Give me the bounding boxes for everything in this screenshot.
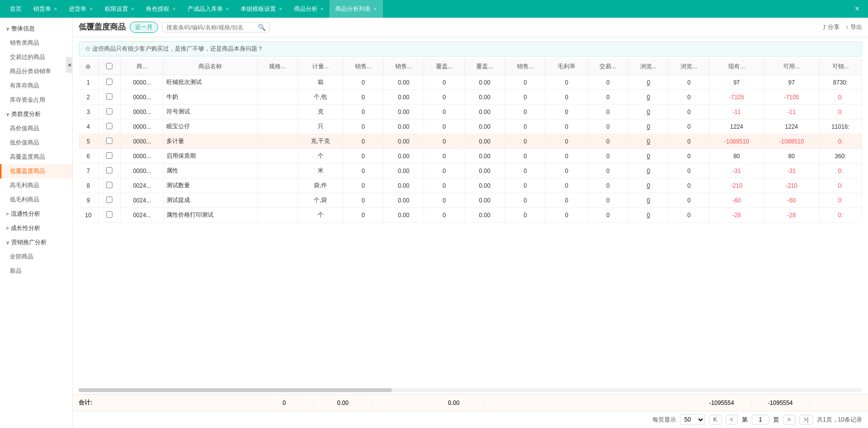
sidebar-item-low-coverage[interactable]: 低覆盖度商品 — [0, 164, 72, 178]
row-unit: 袋,件 — [298, 178, 343, 193]
nav-purchase-close[interactable]: × — [89, 6, 92, 12]
row-spec — [257, 75, 298, 90]
sidebar-section-marketing[interactable]: ∨ 营销推广分析 — [0, 235, 72, 250]
nav-products[interactable]: 产成品入库单 × — [182, 0, 235, 18]
row-sellable: 0: — [819, 193, 862, 208]
row-sellable: 0: — [819, 164, 862, 178]
table-row: 1 0000... 旺铺批次测试 箱 0 0.00 0 0.00 0 0 0 0… — [79, 75, 862, 90]
sidebar-item-low-margin[interactable]: 低毛利商品 — [0, 193, 72, 207]
total-label: 合计: — [79, 399, 92, 407]
row-num: 7 — [79, 164, 98, 178]
sidebar-item-sales-goods[interactable]: 销售类商品 — [0, 36, 72, 50]
row-margin: 0 — [545, 119, 588, 134]
row-sku: 0024... — [121, 193, 163, 208]
row-checkbox[interactable] — [98, 105, 121, 119]
row-checkbox[interactable] — [98, 193, 121, 208]
row-checkbox[interactable] — [98, 164, 121, 178]
row-browse1[interactable]: 0 — [628, 105, 669, 119]
row-unit: 个 — [298, 208, 343, 223]
nav-analysis-list[interactable]: 商品分析列表 × — [329, 0, 382, 18]
row-browse1[interactable]: 0 — [628, 193, 669, 208]
row-sku: 0000... — [121, 134, 163, 149]
last-page-button[interactable]: >| — [799, 415, 813, 425]
row-sellable: 0: — [819, 208, 862, 223]
nav-products-close[interactable]: × — [226, 6, 229, 12]
nav-home[interactable]: 首页 — [4, 0, 27, 18]
sidebar-item-stocked-goods[interactable]: 有库存商品 — [0, 79, 72, 93]
first-page-button[interactable]: K — [709, 415, 722, 425]
horizontal-scrollbar[interactable] — [79, 388, 862, 392]
row-cover2: 0.00 — [464, 193, 505, 208]
row-sales-qty: 0 — [343, 119, 383, 134]
row-checkbox[interactable] — [98, 90, 121, 105]
row-browse1[interactable]: 0 — [628, 178, 669, 193]
prev-page-button[interactable]: < — [726, 415, 738, 425]
col-unit: 计量... — [298, 58, 343, 75]
sidebar-item-all-goods[interactable]: 全部商品 — [0, 250, 72, 264]
row-browse1[interactable]: 0 — [628, 208, 669, 223]
header-actions: ⤴ 分享 ↑ 导出 — [823, 23, 862, 31]
overview-arrow: ∨ — [6, 26, 9, 31]
nav-templates[interactable]: 单据模板设置 × — [235, 0, 288, 18]
row-browse1[interactable]: 0 — [628, 134, 669, 149]
row-browse1[interactable]: 0 — [628, 75, 669, 90]
row-sales-amt: 0.00 — [383, 134, 424, 149]
page-word: 第 — [742, 416, 748, 424]
nav-analysis-list-close[interactable]: × — [374, 6, 377, 12]
sidebar-item-capital-usage[interactable]: 库存资金占用 — [0, 93, 72, 107]
row-sales-s: 0 — [505, 208, 545, 223]
sidebar-section-growth[interactable]: > 成长性分析 — [0, 221, 72, 235]
nav-sales[interactable]: 销货单 × — [27, 0, 63, 18]
sidebar-section-circulation[interactable]: > 流通性分析 — [0, 207, 72, 221]
nav-roles[interactable]: 角色授权 × — [140, 0, 181, 18]
sidebar-item-high-coverage[interactable]: 高覆盖度商品 — [0, 150, 72, 164]
time-filter-button[interactable]: 近一月 — [130, 22, 158, 33]
row-sellable: 11016: — [819, 119, 862, 134]
nav-templates-close[interactable]: × — [279, 6, 282, 12]
search-input[interactable] — [166, 24, 258, 31]
sidebar-item-new-goods[interactable]: 新品 — [0, 264, 72, 278]
row-checkbox[interactable] — [98, 208, 121, 223]
row-browse1[interactable]: 0 — [628, 90, 669, 105]
window-close-button[interactable]: × — [850, 2, 864, 16]
row-current: -7105 — [709, 90, 764, 105]
row-checkbox[interactable] — [98, 75, 121, 90]
nav-analysis-close[interactable]: × — [321, 6, 324, 12]
sidebar-item-low-value[interactable]: 低价值商品 — [0, 136, 72, 150]
nav-permissions-close[interactable]: × — [131, 6, 134, 12]
row-checkbox[interactable] — [98, 119, 121, 134]
row-sellable: 360: — [819, 149, 862, 164]
col-current: 现有... — [709, 58, 764, 75]
row-browse1[interactable]: 0 — [628, 149, 669, 164]
nav-permissions[interactable]: 权限设置 × — [99, 0, 140, 18]
nav-sales-close[interactable]: × — [54, 6, 57, 12]
row-browse1[interactable]: 0 — [628, 164, 669, 178]
share-button[interactable]: ⤴ 分享 — [823, 23, 840, 31]
select-all-checkbox[interactable] — [106, 63, 112, 69]
row-spec — [257, 105, 298, 119]
row-checkbox[interactable] — [98, 134, 121, 149]
sidebar-section-overview[interactable]: ∨ 整体信息 — [0, 22, 72, 36]
row-checkbox[interactable] — [98, 149, 121, 164]
sidebar-item-category-rate[interactable]: 商品分类动销率 — [0, 64, 72, 79]
next-page-button[interactable]: > — [783, 415, 795, 425]
export-button[interactable]: ↑ 导出 — [845, 23, 862, 31]
row-sellable: 0: — [819, 134, 862, 149]
col-settings[interactable]: ⚙ — [79, 58, 98, 75]
page-size-select[interactable]: 50 20 100 — [680, 414, 705, 425]
row-transaction: 0 — [588, 119, 628, 134]
sidebar-collapse-button[interactable]: « — [66, 57, 73, 73]
current-page-input[interactable] — [752, 415, 769, 425]
nav-purchase[interactable]: 进货单 × — [63, 0, 98, 18]
row-checkbox[interactable] — [98, 178, 121, 193]
sidebar-item-high-margin[interactable]: 高毛利商品 — [0, 178, 72, 193]
nav-roles-close[interactable]: × — [172, 6, 175, 12]
search-icon[interactable]: 🔍 — [258, 24, 266, 31]
sidebar-item-traded-goods[interactable]: 交易过的商品 — [0, 50, 72, 64]
row-browse1[interactable]: 0 — [628, 119, 669, 134]
nav-analysis[interactable]: 商品分析 × — [288, 0, 329, 18]
row-sku: 0000... — [121, 105, 163, 119]
sidebar-item-high-value[interactable]: 高价值商品 — [0, 121, 72, 136]
sidebar-section-cluster[interactable]: ∨ 类群度分析 — [0, 107, 72, 121]
row-available: -60 — [764, 193, 819, 208]
